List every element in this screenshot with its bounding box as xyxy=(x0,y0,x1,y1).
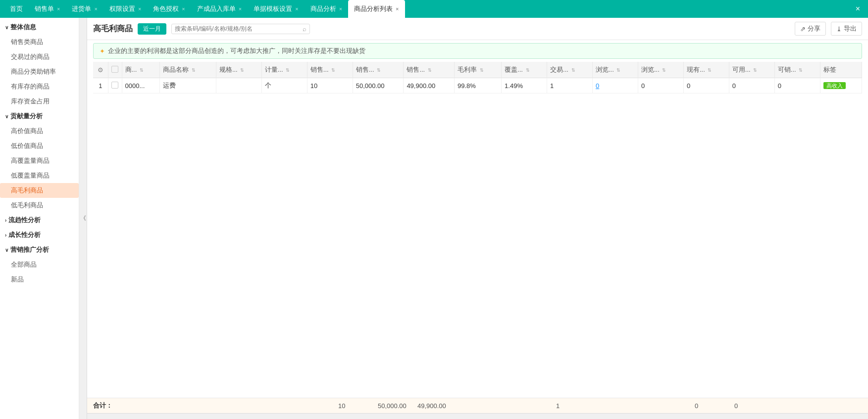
chevron-down-icon-3: ∨ xyxy=(5,247,8,253)
footer-trade-val: 1 xyxy=(553,402,593,410)
nav-tab-analysis-list[interactable]: 商品分析列表 × xyxy=(348,0,405,18)
sort-icon-available-stock[interactable]: ⇅ xyxy=(753,68,757,73)
sidebar-item-sales-goods[interactable]: 销售类商品 xyxy=(0,35,79,49)
sort-icon-sales-count[interactable]: ⇅ xyxy=(331,68,335,73)
col-view2: 浏览... ⇅ xyxy=(638,62,683,78)
row-available-stock: 0 xyxy=(729,78,774,93)
close-permission-tab[interactable]: × xyxy=(138,6,141,12)
footer-cells: 10 50,000.00 49,900.00 1 0 0 xyxy=(122,402,862,410)
sidebar-section-marketing[interactable]: ∨ 营销推广分析 xyxy=(0,242,79,257)
table-header-row: ⚙ 商... ⇅ 商品名称 ⇅ xyxy=(93,62,862,78)
footer-sales-profit-val: 49,900.00 xyxy=(414,402,454,410)
search-icon[interactable]: ⌕ xyxy=(303,25,306,33)
nav-tab-home[interactable]: 首页 xyxy=(4,0,29,18)
row-sellable-stock: 0 xyxy=(774,78,820,93)
chevron-right-icon-2: › xyxy=(5,233,6,238)
close-template-tab[interactable]: × xyxy=(295,6,298,12)
nav-tab-analysis[interactable]: 商品分析 × xyxy=(305,0,348,18)
col-sellable-stock: 可销... ⇅ xyxy=(774,62,820,78)
col-tag: 标签 xyxy=(820,62,862,78)
row-sales-profit: 49,900.00 xyxy=(404,78,455,93)
sidebar-item-all-goods[interactable]: 全部商品 xyxy=(0,257,79,272)
footer-sales-count-val: 10 xyxy=(335,402,375,410)
sort-icon-margin[interactable]: ⇅ xyxy=(480,68,484,73)
col-settings[interactable]: ⚙ xyxy=(93,62,108,78)
sidebar-item-stock-capital[interactable]: 库存资金占用 xyxy=(0,94,79,109)
footer-spacer2 xyxy=(593,402,692,410)
col-current-stock: 现有... ⇅ xyxy=(683,62,729,78)
window-close-button[interactable]: × xyxy=(852,2,864,15)
col-sales-profit: 销售... ⇅ xyxy=(404,62,455,78)
sort-icon-sales-profit[interactable]: ⇅ xyxy=(428,68,432,73)
footer-sales-count xyxy=(122,402,335,410)
nav-tab-permission[interactable]: 权限设置 × xyxy=(103,0,147,18)
nav-tab-sales[interactable]: 销售单 × xyxy=(29,0,66,18)
sidebar-item-traded-goods[interactable]: 交易过的商品 xyxy=(0,49,79,64)
sort-icon-unit[interactable]: ⇅ xyxy=(286,68,290,73)
sort-icon-spec[interactable]: ⇅ xyxy=(240,68,244,73)
row-index: 1 xyxy=(93,78,108,93)
sidebar-section-overall[interactable]: ∨ 整体信息 xyxy=(0,20,79,35)
sort-icon-view1[interactable]: ⇅ xyxy=(616,68,620,73)
filter-recent-month-button[interactable]: 近一月 xyxy=(138,23,166,35)
share-button[interactable]: ⇗ 分享 xyxy=(795,22,826,36)
main-layout: ∨ 整体信息 销售类商品 交易过的商品 商品分类助销率 有库存的商品 库存资金占… xyxy=(0,18,868,419)
row-code: 0000... xyxy=(122,78,159,93)
sidebar-item-new-goods[interactable]: 新品 xyxy=(0,272,79,287)
row-name: 运费 xyxy=(159,78,216,93)
row-view1[interactable]: 0 xyxy=(593,78,638,93)
row-trade: 1 xyxy=(547,78,593,93)
search-input[interactable] xyxy=(175,25,303,32)
sort-icon-trade[interactable]: ⇅ xyxy=(571,68,575,73)
sort-icon-coverage[interactable]: ⇅ xyxy=(526,68,530,73)
close-analysis-list-tab[interactable]: × xyxy=(396,6,399,12)
sort-icon-name[interactable]: ⇅ xyxy=(192,68,196,73)
chevron-down-icon: ∨ xyxy=(5,25,8,30)
close-sales-tab[interactable]: × xyxy=(57,6,60,12)
content-area: 高毛利商品 近一月 ⌕ ⇗ 分享 ⤓ 导出 ✦ 企业的主要的利润都是这部分商品创… xyxy=(87,18,868,419)
col-spec: 规格... ⇅ xyxy=(216,62,261,78)
select-all-checkbox[interactable] xyxy=(111,66,118,73)
sidebar-item-low-coverage[interactable]: 低覆盖量商品 xyxy=(0,168,79,183)
sort-icon-current-stock[interactable]: ⇅ xyxy=(708,68,712,73)
nav-tab-role[interactable]: 角色授权 × xyxy=(147,0,191,18)
close-purchase-tab[interactable]: × xyxy=(94,6,97,12)
nav-tab-template[interactable]: 单据模板设置 × xyxy=(248,0,304,18)
chevron-down-icon-2: ∨ xyxy=(5,114,8,119)
sidebar-item-high-margin[interactable]: 高毛利商品 xyxy=(0,183,79,198)
sidebar-section-growth[interactable]: › 成长性分析 xyxy=(0,228,79,242)
row-tag: 高收入 xyxy=(820,78,862,93)
row-margin-rate: 99.8% xyxy=(455,78,502,93)
info-icon: ✦ xyxy=(100,47,105,55)
col-sales-count: 销售... ⇅ xyxy=(307,62,353,78)
sidebar-item-high-value[interactable]: 高价值商品 xyxy=(0,124,79,139)
sidebar-item-high-coverage[interactable]: 高覆盖量商品 xyxy=(0,153,79,168)
close-product-inbound-tab[interactable]: × xyxy=(239,6,242,12)
chevron-right-icon: › xyxy=(5,218,6,223)
sidebar-item-category-assist[interactable]: 商品分类助销率 xyxy=(0,64,79,79)
tag-badge: 高收入 xyxy=(823,82,846,89)
col-code: 商... ⇅ xyxy=(122,62,159,78)
sidebar-section-contribution[interactable]: ∨ 贡献量分析 xyxy=(0,109,79,124)
export-button[interactable]: ⤓ 导出 xyxy=(831,22,862,36)
search-box: ⌕ xyxy=(171,24,310,34)
sidebar-item-stocked-goods[interactable]: 有库存的商品 xyxy=(0,79,79,94)
sort-icon-view2[interactable]: ⇅ xyxy=(662,68,666,73)
nav-tab-product-inbound[interactable]: 产成品入库单 × xyxy=(191,0,248,18)
nav-tab-purchase[interactable]: 进货单 × xyxy=(66,0,103,18)
sidebar-section-trend[interactable]: › 流趋性分析 xyxy=(0,213,79,228)
row-checkbox[interactable] xyxy=(108,78,122,93)
export-icon: ⤓ xyxy=(836,25,842,33)
sort-icon-sellable-stock[interactable]: ⇅ xyxy=(799,68,803,73)
col-checkbox[interactable] xyxy=(108,62,122,78)
close-role-tab[interactable]: × xyxy=(182,6,185,12)
horizontal-scrollbar[interactable] xyxy=(87,413,868,419)
sidebar-item-low-value[interactable]: 低价值商品 xyxy=(0,139,79,153)
close-analysis-tab[interactable]: × xyxy=(339,6,342,12)
sort-icon-sales-amount[interactable]: ⇅ xyxy=(377,68,381,73)
sort-icon-code[interactable]: ⇅ xyxy=(140,68,144,73)
settings-icon[interactable]: ⚙ xyxy=(98,66,103,74)
table-wrapper: ⚙ 商... ⇅ 商品名称 ⇅ xyxy=(87,62,868,398)
sidebar-item-low-margin[interactable]: 低毛利商品 xyxy=(0,198,79,213)
sidebar-collapse-button[interactable]: 《 xyxy=(79,18,87,419)
